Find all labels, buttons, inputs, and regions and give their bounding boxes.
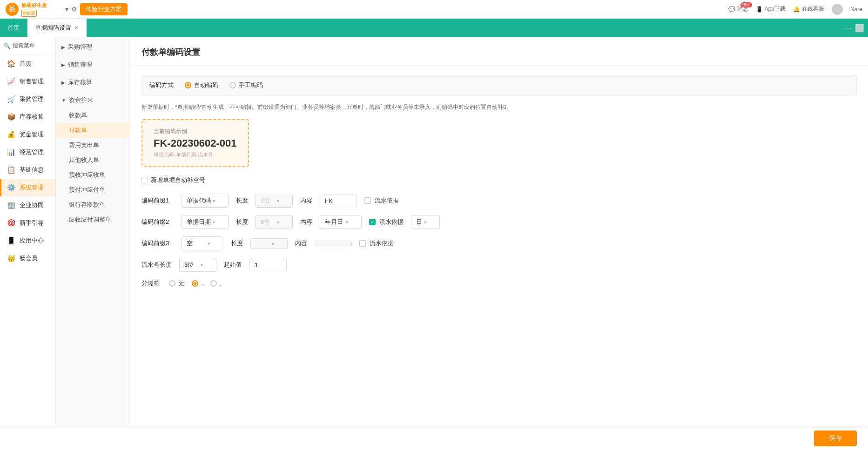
sidebar-item-member[interactable]: 👑 畅会员 (0, 249, 55, 267)
app-download[interactable]: 📱 App下载 (756, 5, 786, 13)
content2-arrow-icon: ▾ (346, 220, 348, 225)
prefix3-select[interactable]: 空 ▾ (182, 236, 223, 250)
sub-header-capital[interactable]: ▼ 资金往来 (56, 92, 130, 108)
online-service[interactable]: 🔔 在线客服 (793, 5, 824, 13)
user-avatar[interactable] (832, 4, 843, 15)
message-badge[interactable]: 💬 消息 99+ (728, 5, 748, 13)
sales-icon: 📈 (7, 77, 16, 86)
flow2-checkbox[interactable]: ✓ (369, 219, 376, 225)
flow2-label: 流水依据 (379, 218, 404, 226)
length1-label: 长度 (236, 196, 248, 205)
apps-icon: 📱 (7, 236, 16, 245)
encoding-method-row: 编码方式 自动编码 手工编码 (141, 75, 857, 95)
message-icon: 💬 (728, 6, 735, 13)
prefix2-select[interactable]: 单据日期 ▾ (182, 215, 229, 229)
sidebar-item-system[interactable]: ⚙️ 系统管理 (0, 179, 55, 196)
length1-select[interactable]: 2位 ▾ (256, 194, 293, 208)
serial-length-select[interactable]: 3位 ▾ (179, 258, 216, 272)
day-value-select[interactable]: 日 ▾ (411, 215, 440, 229)
tab-minimize-button[interactable]: — (844, 24, 851, 32)
sidebar-item-purchase[interactable]: 🛒 采购管理 (0, 90, 55, 108)
save-button[interactable]: 保存 (814, 431, 857, 446)
sub-item-receipt[interactable]: 收款单 (56, 108, 130, 123)
tab-bar: 首页 单据编码设置 ✕ — ⬜ (0, 19, 868, 37)
flow3-checkbox[interactable] (359, 240, 366, 247)
guide-icon: 🎯 (7, 219, 16, 227)
sidebar-item-basic[interactable]: 📋 基础信息 (0, 161, 55, 179)
flow-checkbox-row-1: 流水依据 (364, 196, 399, 205)
sub-item-expense[interactable]: 费用支出单 (56, 138, 130, 153)
sub-item-bank[interactable]: 银行存取款单 (56, 197, 130, 212)
content1-label: 内容 (300, 196, 312, 205)
nav-chevron-button[interactable]: ▾ (65, 6, 68, 13)
encoding-method-label: 编码方式 (149, 81, 174, 89)
sidebar-item-operation[interactable]: 📊 经营管理 (0, 143, 55, 161)
prefix2-arrow-icon: ▾ (213, 220, 215, 225)
main-layout: 🔍 搜索菜单 🏠 首页 📈 销售管理 🛒 采购管理 📦 库存核算 💰 资金管理 … (0, 37, 868, 451)
flow-checkbox-row-2: ✓ 流水依据 (369, 218, 404, 226)
manual-encoding-radio[interactable]: 手工编码 (229, 81, 263, 89)
tab-maximize-button[interactable]: ⬜ (855, 24, 864, 33)
code-preview-desc: 单据代码-单据日期-流水号 (154, 151, 237, 158)
content2-select[interactable]: 年月日 ▾ (320, 215, 362, 229)
tab-encoding[interactable]: 单据编码设置 ✕ (27, 19, 87, 37)
sub-item-payment[interactable]: 付款单 (56, 123, 130, 138)
day-arrow-icon: ▾ (424, 220, 426, 225)
sidebar-item-enterprise[interactable]: 🏢 企业协同 (0, 196, 55, 214)
auto-fill-checkbox[interactable] (141, 177, 148, 183)
sidebar-item-apps[interactable]: 📱 应用中心 (0, 232, 55, 249)
sidebar-item-home[interactable]: 🏠 首页 (0, 55, 55, 73)
content3-value (315, 241, 352, 246)
top-bar: 畅 畅通好生意 旗舰版 ▾ ⚙ 体验行业方案 💬 消息 99+ 📱 App下载 … (0, 0, 868, 19)
config-row-1: 编码前缀1 单据代码 ▾ 长度 2位 ▾ 内容 FK 流水依据 (141, 194, 857, 208)
auto-encoding-radio[interactable]: 自动编码 (185, 81, 218, 89)
prefix3-arrow-icon: ▾ (208, 241, 210, 246)
flow1-checkbox[interactable] (364, 197, 371, 204)
sep-dash-dot (194, 282, 196, 285)
config-row-2: 编码前缀2 单据日期 ▾ 长度 8位 ▾ 内容 年月日 ▾ ✓ 流水依据 (141, 215, 857, 229)
code-preview-label: 当前编码示例 (154, 128, 237, 135)
length2-select[interactable]: 8位 ▾ (256, 215, 293, 229)
sep-none-radio[interactable]: 无 (169, 279, 184, 288)
system-icon: ⚙️ (7, 183, 16, 192)
sub-item-prepay-pay[interactable]: 预付冲应付单 (56, 182, 130, 197)
home-icon: 🏠 (7, 60, 16, 68)
sub-header-sales[interactable]: ▶ 销售管理 (56, 57, 130, 73)
serial-start-input[interactable] (249, 259, 287, 271)
sep-dot-radio[interactable]: . (210, 280, 222, 287)
settings-button[interactable]: ⚙ (71, 6, 77, 13)
length3-select[interactable]: ▾ (250, 238, 288, 249)
sep-dash-radio[interactable]: - (192, 280, 203, 287)
sidebar-item-finance[interactable]: 💰 资金管理 (0, 126, 55, 143)
prefix1-arrow-icon: ▾ (213, 198, 215, 203)
sidebar-search[interactable]: 🔍 搜索菜单 (0, 37, 55, 55)
content3-label: 内容 (295, 239, 307, 248)
tab-close-icon[interactable]: ✕ (74, 25, 79, 31)
flow-checkbox-row-3: 流水依据 (359, 239, 394, 248)
sub-item-adjust[interactable]: 应收应付调整单 (56, 212, 130, 227)
purchase-icon: 🛒 (7, 95, 16, 103)
sub-header-inventory[interactable]: ▶ 库存核算 (56, 74, 130, 90)
config-row-3: 编码前缀3 空 ▾ 长度 ▾ 内容 流水依据 (141, 236, 857, 250)
bottom-bar: 保存 (0, 425, 868, 451)
sidebar-item-inventory[interactable]: 📦 库存核算 (0, 108, 55, 126)
logo-area: 畅 畅通好生意 旗舰版 (6, 2, 61, 17)
sep-dash-circle (192, 280, 198, 287)
tab-home[interactable]: 首页 (0, 19, 27, 37)
sidebar-item-guide[interactable]: 🎯 新手引导 (0, 214, 55, 232)
basic-icon: 📋 (7, 166, 16, 174)
arrow-down-icon: ▼ (61, 98, 66, 103)
code-preview-box: 当前编码示例 FK-20230602-001 单据代码-单据日期-流水号 (141, 119, 249, 167)
finance-icon: 💰 (7, 130, 16, 139)
sub-item-prepay-recv[interactable]: 预收冲应收单 (56, 168, 130, 182)
sep-dot-circle (210, 280, 217, 287)
length2-label: 长度 (236, 218, 248, 226)
logo-text: 畅通好生意 旗舰版 (21, 2, 47, 17)
user-name: Nare (850, 6, 862, 13)
prefix1-select[interactable]: 单据代码 ▾ (182, 194, 229, 208)
sub-header-purchase[interactable]: ▶ 采购管理 (56, 39, 130, 55)
sidebar-item-sales[interactable]: 📈 销售管理 (0, 73, 55, 90)
trial-button[interactable]: 体验行业方案 (80, 3, 128, 15)
sub-item-other-income[interactable]: 其他收入单 (56, 153, 130, 168)
service-icon: 🔔 (793, 6, 800, 13)
